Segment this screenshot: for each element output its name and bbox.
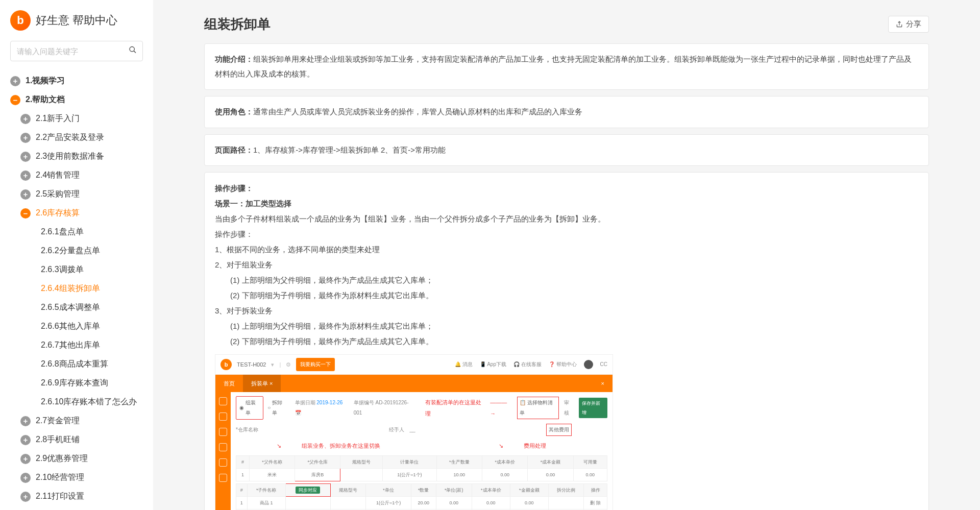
svg-line-1	[134, 51, 136, 53]
scene-title: 场景一：加工类型选择	[215, 196, 918, 211]
nav-2-1[interactable]: +2.1新手入门	[10, 109, 143, 128]
emb-account: TEST-H002	[237, 359, 266, 370]
main-content: 组装拆卸单 分享 功能介绍：组装拆卸单用来处理企业组装或拆卸等加工业务，支持有固…	[153, 0, 980, 510]
logo-text: 好生意 帮助中心	[36, 13, 117, 28]
stock-icon	[219, 443, 227, 451]
nav-docs[interactable]: –2.帮助文档	[10, 90, 143, 109]
scene-desc: 当由多个子件材料组装成一个成品的业务为【组装】业务，当由一个父件拆分成多个子产品…	[215, 211, 918, 227]
intro-card: 功能介绍：组装拆卸单用来处理企业组装或拆卸等加工业务，支持有固定装配清单的产品加…	[204, 43, 929, 90]
child-table: #*子件名称同步对应规格型号*单位*数量*单位(新)*成本单价*金额金额拆分比例…	[236, 483, 607, 510]
nav-2-6-4[interactable]: 2.6.4组装拆卸单	[10, 279, 143, 298]
sidebar: b 好生意 帮助中心 +1.视频学习 –2.帮助文档 +2.1新手入门 +2.2…	[0, 0, 153, 510]
search-box	[10, 41, 143, 61]
nav-2-4[interactable]: +2.4销售管理	[10, 166, 143, 185]
nav-2-12[interactable]: +2.12系统个性化设置	[10, 506, 143, 510]
nav-2-3[interactable]: +2.3使用前数据准备	[10, 147, 143, 166]
search-input[interactable]	[10, 41, 143, 61]
nav-2-6-9[interactable]: 2.6.9库存账本查询	[10, 374, 143, 393]
nav-2-11[interactable]: +2.11打印设置	[10, 487, 143, 506]
nav-video[interactable]: +1.视频学习	[10, 71, 143, 90]
steps-sub: 操作步骤：	[215, 227, 918, 242]
nav-2-6-1[interactable]: 2.6.1盘点单	[10, 223, 143, 241]
note-switch: 组装业务、拆卸业务在这里切换	[302, 440, 380, 451]
step-3b: (2) 下部明细为子件明细，最终作为产成品生成其它入库单。	[215, 334, 918, 349]
emb-sidebar	[215, 392, 231, 510]
money-icon	[219, 458, 227, 467]
nav-2-6[interactable]: –2.6库存核算	[10, 204, 143, 223]
emb-tab-home: 首页	[215, 375, 243, 392]
note-bom: 有装配清单的在这里处理	[425, 397, 485, 419]
nav-2-6-3[interactable]: 2.6.3调拨单	[10, 260, 143, 279]
svg-point-0	[130, 47, 134, 52]
emb-tabs: 首页 拆装单 × ×	[215, 375, 612, 392]
step-3a: (1) 上部明细为父件明细，最终作为原材料生成其它出库单；	[215, 319, 918, 334]
nav-2-8[interactable]: +2.8手机旺铺	[10, 430, 143, 449]
emb-logo-icon: b	[220, 359, 232, 370]
avatar-icon	[584, 360, 593, 369]
step-2: 2、对于组装业务	[215, 257, 918, 273]
nav-2-9[interactable]: +2.9优惠券管理	[10, 449, 143, 468]
step-1: 1、根据不同的业务，选择不同单据的类型来处理	[215, 242, 918, 257]
page-title: 组装拆卸单	[204, 15, 271, 33]
steps-card: 操作步骤： 场景一：加工类型选择 当由多个子件材料组装成一个成品的业务为【组装】…	[204, 172, 929, 510]
step-3: 3、对于拆装业务	[215, 303, 918, 319]
report-icon	[219, 474, 227, 482]
step-2a: (1) 上部明细为父件明细，最终作为产成品生成其它入库单；	[215, 273, 918, 288]
step-2b: (2) 下部明细为子件明细，最终作为原材料生成其它出库单。	[215, 288, 918, 303]
home-icon	[219, 397, 227, 405]
box-icon	[219, 412, 227, 421]
nav-2-6-5[interactable]: 2.6.5成本调整单	[10, 298, 143, 317]
radio-assemble: ◉ 组装单	[236, 396, 263, 420]
radio-disassemble: ○ 拆卸单	[264, 396, 289, 420]
logo-row: b 好生意 帮助中心	[10, 10, 143, 31]
nav-2-10[interactable]: +2.10经营管理	[10, 468, 143, 487]
parent-table: #*父件名称*父件仓库规格型号计量单位*生产数量*成本单价*成本金额可用量 1米…	[236, 455, 607, 481]
nav-2-6-7[interactable]: 2.6.7其他出库单	[10, 336, 143, 355]
path-card: 页面路径：1、库存核算->库存管理->组装拆卸单 2、首页->常用功能	[204, 134, 929, 166]
emb-topbar: b TEST-H002 ▾ | ⚙ 我要购买一下 🔔 消息 📱 App下载 🎧 …	[215, 355, 612, 375]
nav-2-2[interactable]: +2.2产品安装及登录	[10, 128, 143, 147]
role-card: 使用角色：通常由生产人员或库管人员完成拆装业务的操作，库管人员确认原材料的出库和…	[204, 96, 929, 128]
nav-2-7[interactable]: +2.7资金管理	[10, 411, 143, 430]
emb-tab-new: 拆装单 ×	[243, 375, 281, 392]
logo-icon: b	[10, 10, 31, 31]
steps-title: 操作步骤：	[215, 181, 918, 196]
nav-2-6-10[interactable]: 2.6.10库存账本错了怎么办	[10, 393, 143, 411]
cart-icon	[219, 428, 227, 436]
share-icon	[896, 21, 903, 28]
embedded-screenshot: b TEST-H002 ▾ | ⚙ 我要购买一下 🔔 消息 📱 App下载 🎧 …	[215, 354, 613, 510]
nav-2-5[interactable]: +2.5采购管理	[10, 185, 143, 204]
note-cost: 费用处理	[524, 440, 546, 451]
search-icon[interactable]	[129, 46, 137, 57]
nav-2-6-6[interactable]: 2.6.6其他入库单	[10, 317, 143, 336]
emb-buy-btn: 我要购买一下	[296, 358, 335, 371]
share-button[interactable]: 分享	[888, 16, 929, 33]
nav-2-6-8[interactable]: 2.6.8商品成本重算	[10, 355, 143, 374]
nav-2-6-2[interactable]: 2.6.2分量盘点单	[10, 241, 143, 260]
nav-tree: +1.视频学习 –2.帮助文档 +2.1新手入门 +2.2产品安装及登录 +2.…	[10, 71, 143, 510]
